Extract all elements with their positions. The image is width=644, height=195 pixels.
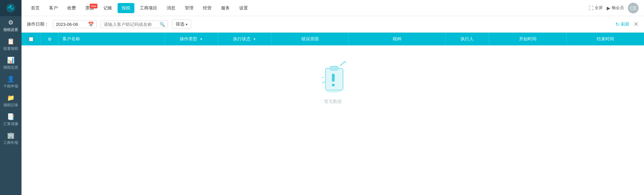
date-input[interactable] [56,22,86,27]
nav-item-guanli[interactable]: 管理 [181,3,198,13]
svg-rect-6 [332,74,335,82]
th-end-time: 结束时间 [566,33,644,45]
person-tax-icon: 👤 [7,75,14,83]
chevron-down-icon: ▾ [186,23,187,26]
nav-item-kehu[interactable]: 客户 [45,3,62,13]
sidebar-item-huisuanqingchao[interactable]: 📑 汇算清缴 [0,110,22,129]
empty-state: 暂无数据 [22,45,644,118]
svg-line-3 [345,62,346,63]
toolbar-right: ↻ 刷新 ✕ [615,21,639,27]
sidebar-item-geshuishenbao-label: 个税申报 [3,84,18,89]
th-client-name: 客户名称 [58,33,165,45]
nav-item-shouye[interactable]: 首页 [27,3,44,13]
select-all-checkbox[interactable] [29,37,33,41]
th-exec-status: 执行状态 ▼ [218,33,271,45]
nav-item-baoshui[interactable]: 报税 [118,3,134,13]
topnav-items: 首页 客户 收费 票据 new 记账 报税 工商项目 消息 管理 经营 服务 设… [27,3,589,13]
filter-button[interactable]: 筛选 ▾ [172,20,191,29]
avatar[interactable]: CE [628,3,639,13]
fullscreen-icon: ⛶ [589,5,593,11]
th-executor: 执行人 [445,33,489,45]
empty-illustration [316,59,350,96]
batch-tax-icon: 📋 [7,38,14,45]
search-icon[interactable]: 🔍 [160,22,165,27]
topnav: 首页 客户 收费 票据 new 记账 报税 工商项目 消息 管理 经营 服务 设… [22,0,644,16]
annual-report-icon: 🏢 [7,132,14,139]
sidebar-item-huisuanqingchao-label: 汇算清缴 [3,121,18,126]
avatar-text: CE [630,5,636,11]
th-start-time: 开始时间 [489,33,567,45]
filter-label: 筛选 [176,21,184,27]
data-table: ⚙ 客户名称 操作类型 ▼ 执行状态 ▼ [22,33,644,118]
main-wrap: 首页 客户 收费 票据 new 记账 报税 工商项目 消息 管理 经营 服务 设… [22,0,644,195]
sidebar-item-piliangbaoshui-label: 批量报税 [3,46,18,51]
fullscreen-button[interactable]: ⛶ 全屏 [589,5,603,11]
svg-line-2 [340,62,345,66]
nav-item-jizhang[interactable]: 记账 [99,3,116,13]
member-label: 畅会员 [612,5,624,11]
empty-text: 暂无数据 [324,99,342,105]
sidebar-item-baoshuizonglan[interactable]: 📊 报税总览 [0,54,22,73]
refresh-label: 刷新 [621,21,630,27]
settings-icon: ⚙ [8,19,13,26]
sidebar: ⚙ 报税设置 📋 批量报税 📊 报税总览 👤 个税申报 📁 报税记录 📑 汇算清… [0,0,22,195]
member-button[interactable]: ▶ 畅会员 [607,5,624,11]
member-icon: ▶ [607,5,610,11]
fullscreen-label: 全屏 [595,5,603,11]
new-badge: new [90,4,97,8]
sidebar-item-piliangbaoshui[interactable]: 📋 批量报税 [0,35,22,54]
svg-point-8 [326,89,341,93]
th-settings: ⚙ [41,33,58,45]
search-wrap: 🔍 [101,21,168,28]
sidebar-item-baoshuizonglan-label: 报税总览 [3,65,18,70]
date-label: 操作日期： [27,21,49,27]
sidebar-item-baoshuijilu-label: 报税记录 [3,103,18,108]
exec-status-filter-icon[interactable]: ▼ [253,37,256,41]
nav-item-jingying[interactable]: 经营 [199,3,216,13]
nav-item-gongshangxiangmu[interactable]: 工商项目 [136,3,161,13]
calendar-icon: 📅 [88,22,94,27]
op-type-filter-icon[interactable]: ▼ [200,37,203,41]
svg-point-1 [10,5,12,7]
refresh-button[interactable]: ↻ 刷新 [615,21,630,27]
svg-rect-5 [330,66,338,70]
nav-item-shoufei[interactable]: 收费 [63,3,80,13]
close-button[interactable]: ✕ [634,21,639,27]
svg-rect-7 [332,84,335,86]
nav-item-fuwu[interactable]: 服务 [217,3,234,13]
nav-item-shezhi[interactable]: 设置 [235,3,252,13]
overview-icon: 📊 [7,56,14,64]
date-picker[interactable]: 📅 [53,20,97,28]
record-icon: 📁 [7,94,14,102]
th-error-reason: 错误原因 [271,33,349,45]
refresh-icon: ↻ [615,22,619,27]
settlement-icon: 📑 [7,113,14,120]
toolbar: 操作日期： 📅 🔍 筛选 ▾ ↻ 刷新 ✕ [22,16,644,33]
settings-gear-icon[interactable]: ⚙ [48,37,52,42]
sidebar-item-geshuishenbao[interactable]: 👤 个税申报 [0,73,22,91]
th-tax-type: 税种 [349,33,445,45]
sidebar-item-gongshangnianbao[interactable]: 🏢 工商年报 [0,129,22,148]
sidebar-item-baoshuishezhi-label: 报税设置 [3,27,18,32]
sidebar-item-baoshuijilu[interactable]: 📁 报税记录 [0,91,22,110]
svg-line-9 [322,82,325,83]
sidebar-logo [0,0,22,16]
nav-item-xiaoxi[interactable]: 消息 [163,3,179,13]
search-input[interactable] [104,22,158,27]
empty-row: 暂无数据 [22,45,644,118]
sidebar-item-baoshuishezhi[interactable]: ⚙ 报税设置 [0,16,22,35]
page-area: 操作日期： 📅 🔍 筛选 ▾ ↻ 刷新 ✕ [22,16,644,195]
nav-item-piao[interactable]: 票据 new [81,3,98,13]
th-checkbox [22,33,41,45]
table-wrap: ⚙ 客户名称 操作类型 ▼ 执行状态 ▼ [22,33,644,195]
topnav-right: ⛶ 全屏 ▶ 畅会员 CE [589,3,639,13]
table-body: 暂无数据 [22,45,644,118]
table-header-row: ⚙ 客户名称 操作类型 ▼ 执行状态 ▼ [22,33,644,45]
th-op-type: 操作类型 ▼ [165,33,218,45]
sidebar-item-gongshangnianbao-label: 工商年报 [3,140,18,145]
